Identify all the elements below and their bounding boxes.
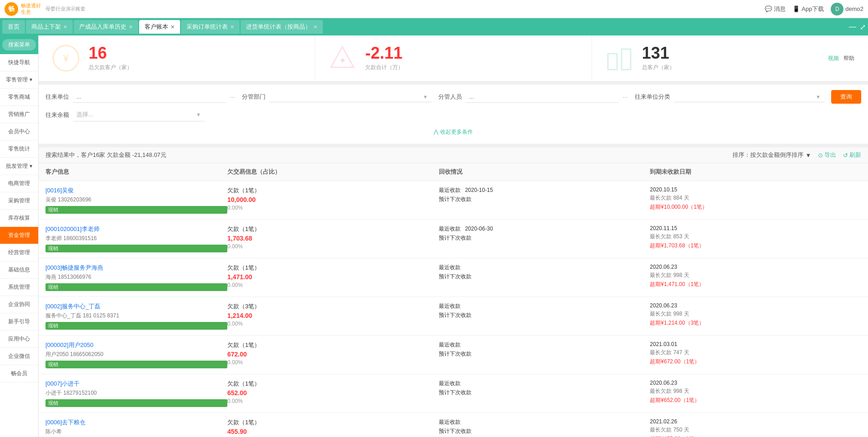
- overdue-date-1: 2020.11.15: [650, 225, 861, 231]
- sidebar-item-purchase-mgmt[interactable]: 采购管理: [0, 192, 38, 210]
- debt-count-2: 欠款（1笔）: [227, 264, 439, 272]
- sidebar-item-basic-info[interactable]: 基础信息: [0, 261, 38, 279]
- unit-category-select[interactable]: ▼: [674, 92, 824, 102]
- sidebar-item-enterprise-coop[interactable]: 企业协同: [0, 296, 38, 313]
- customer-phone-5: 小进干 18279152100: [45, 389, 227, 397]
- tab-inventory-stat-label: 进货单统计表（按商品）: [246, 23, 311, 31]
- person-input[interactable]: [466, 91, 619, 103]
- customer-info-3: [0002]服务中心_丁磊 服务中心_丁磊 181 0125 8371 现销: [45, 302, 227, 330]
- collapse-filters-button[interactable]: ⋀ 收起更多条件: [45, 126, 861, 138]
- tab-close-inventory-stat[interactable]: ✕: [313, 24, 317, 30]
- overdue-days-1: 最长欠款 853 天: [650, 233, 861, 241]
- overdue-link-0[interactable]: 超期¥10,000.00（1笔）: [650, 203, 861, 211]
- customer-name-1[interactable]: [0001020001]李老师: [45, 225, 227, 233]
- overdue-link-6[interactable]: 超期¥455.90（1笔）: [650, 435, 861, 437]
- overdue-link-3[interactable]: 超期¥1,214.00（3笔）: [650, 319, 861, 327]
- search-button[interactable]: 查询: [831, 90, 861, 104]
- balance-select[interactable]: 选择... ▼: [73, 108, 205, 121]
- sidebar-item-beginner-guide[interactable]: 新手引导: [0, 313, 38, 331]
- table-wrapper: 客户信息 欠交易信息（占比） 回收情况 到期未收款日期 [0016]吴俊 吴俊 …: [39, 163, 868, 437]
- customer-name-0[interactable]: [0016]吴俊: [45, 186, 227, 195]
- sidebar-item-app-center[interactable]: 应用中心: [0, 331, 38, 348]
- sidebar-item-batch-mgmt[interactable]: 批发管理 ▾: [0, 158, 38, 175]
- message-button[interactable]: 💬 消息: [765, 5, 786, 13]
- sidebar-item-inventory-check[interactable]: 库存核算: [0, 210, 38, 227]
- overdue-link-4[interactable]: 超期¥672.00（1笔）: [650, 358, 861, 366]
- tab-minimize-icon[interactable]: —: [849, 23, 856, 31]
- sort-select[interactable]: 排序：按欠款金额倒序排序 ▼: [733, 151, 811, 159]
- debt-amount-3: 1,214.00: [227, 312, 439, 319]
- stat-value-debt-amount: -2.11: [365, 45, 403, 61]
- overdue-link-2[interactable]: 超期¥1,471.00（1笔）: [650, 281, 861, 288]
- header-debt-info: 欠交易信息（占比）: [227, 168, 439, 176]
- debt-info-4: 欠款（1笔） 672.00 0.00%: [227, 341, 439, 366]
- message-icon: 💬: [765, 5, 772, 12]
- stat-info-debt-amount: -2.11 欠款合计（万）: [365, 45, 403, 71]
- customer-name-6[interactable]: [0006]去下粮仓: [45, 418, 227, 427]
- customer-name-2[interactable]: [0003]畅捷服务尹海燕: [45, 264, 227, 272]
- sidebar-search[interactable]: 搜索菜单: [2, 39, 36, 50]
- sidebar: 搜索菜单 快捷导航 零售管理 ▾ 零售商城 营销推广 会员中心 零售统计 批发管…: [0, 35, 39, 437]
- overdue-link-5[interactable]: 超期¥652.00（1笔）: [650, 397, 861, 404]
- refresh-button[interactable]: ↺ 刷新: [843, 151, 861, 159]
- tab-close-customer-account[interactable]: ✕: [171, 24, 175, 30]
- customer-name-5[interactable]: [0007]小进干: [45, 380, 227, 388]
- sidebar-item-ecom-mgmt[interactable]: 电商管理: [0, 175, 38, 192]
- tab-close-product-history[interactable]: ✕: [129, 24, 133, 30]
- overdue-days-3: 最长欠款 998 天: [650, 310, 861, 318]
- dept-select[interactable]: ▼: [269, 92, 431, 102]
- tab-home[interactable]: 首页: [2, 20, 25, 34]
- sidebar-item-retail-store[interactable]: 零售商城: [0, 89, 38, 106]
- sidebar-item-capital-mgmt[interactable]: 资金管理: [0, 227, 38, 244]
- customer-info-1: [0001020001]李老师 李老师 18600391516 现销: [45, 225, 227, 252]
- balance-label: 往来余额: [45, 111, 69, 119]
- tab-close-purchase-order[interactable]: ✕: [230, 24, 234, 30]
- sidebar-item-enterprise-wechat[interactable]: 企业微信: [0, 348, 38, 365]
- sidebar-item-biz-mgmt[interactable]: 经营管理: [0, 244, 38, 261]
- customer-name-3[interactable]: [0002]服务中心_丁磊: [45, 302, 227, 311]
- sidebar-item-marketing[interactable]: 营销推广: [0, 106, 38, 123]
- stat-icon-debt-customers: ¥: [52, 45, 80, 72]
- tab-customer-account[interactable]: 客户账本 ✕: [139, 20, 180, 34]
- overdue-days-5: 最长欠款 998 天: [650, 387, 861, 395]
- debt-amount-5: 652.00: [227, 389, 439, 397]
- tab-product-offshelf[interactable]: 商品上下架 ✕: [26, 20, 73, 34]
- app-download-button[interactable]: 📱 App下载: [793, 5, 824, 13]
- table-row: [0006]去下粮仓 陈小希 现销 欠款（1笔） 455.90 0.00% 最近…: [39, 413, 868, 437]
- filter-row-1: 往来单位 ··· 分管部门 ▼ 分管人员 ···: [45, 90, 861, 104]
- stat-info-debt-customers: 16 总欠款客户（家）: [89, 45, 132, 71]
- user-menu[interactable]: D demo2: [831, 3, 863, 15]
- sidebar-item-system-mgmt[interactable]: 系统管理: [0, 279, 38, 296]
- header-collection: 回收情况: [439, 168, 650, 176]
- debt-amount-2: 1,471.00: [227, 273, 439, 281]
- filter-group-dept: 分管部门 ▼: [242, 92, 431, 102]
- table-row: [000002]用户2050 用户2050 18665062050 现销 欠款（…: [39, 336, 868, 374]
- app-title: 母婴行业演示账套: [45, 5, 85, 12]
- collection-info-5: 最近收款 预计下次收款: [439, 380, 650, 397]
- overdue-date-4: 2021.03.01: [650, 341, 861, 347]
- sidebar-item-retail-stats[interactable]: 零售统计: [0, 141, 38, 158]
- video-label[interactable]: 视频: [828, 55, 839, 62]
- sidebar-item-quick-nav[interactable]: 快捷导航: [0, 54, 38, 71]
- sidebar-item-member-center[interactable]: 会员中心: [0, 123, 38, 141]
- overdue-link-1[interactable]: 超期¥1,703.68（1笔）: [650, 242, 861, 250]
- help-label[interactable]: 帮助: [843, 55, 854, 62]
- sidebar-item-vip-member[interactable]: 畅会员: [0, 365, 38, 382]
- customer-info-0: [0016]吴俊 吴俊 13026203696 现销: [45, 186, 227, 214]
- tab-purchase-order[interactable]: 采购订单统计表 ✕: [181, 20, 240, 34]
- export-button[interactable]: ⊙ 导出: [818, 151, 836, 159]
- svg-text:¥: ¥: [63, 53, 69, 64]
- overdue-info-2: 2020.06.23 最长欠款 998 天 超期¥1,471.00（1笔）: [650, 264, 861, 288]
- sidebar-item-retail-mgmt[interactable]: 零售管理 ▾: [0, 71, 38, 89]
- customer-info-6: [0006]去下粮仓 陈小希 现销: [45, 418, 227, 437]
- overdue-info-1: 2020.11.15 最长欠款 853 天 超期¥1,703.68（1笔）: [650, 225, 861, 250]
- sidebar-top: 搜索菜单: [0, 35, 38, 54]
- table-row: [0002]服务中心_丁磊 服务中心_丁磊 181 0125 8371 现销 欠…: [39, 297, 868, 336]
- tab-close-product-offshelf[interactable]: ✕: [63, 24, 67, 30]
- tab-expand-icon[interactable]: ⤢: [860, 23, 866, 31]
- tab-product-history[interactable]: 产成品入库单历史 ✕: [74, 20, 138, 34]
- customer-name-4[interactable]: [000002]用户2050: [45, 341, 227, 349]
- source-unit-input[interactable]: [73, 91, 226, 103]
- tab-inventory-stat[interactable]: 进货单统计表（按商品） ✕: [241, 20, 323, 34]
- last-collection-label-5: 最近收款: [439, 380, 650, 387]
